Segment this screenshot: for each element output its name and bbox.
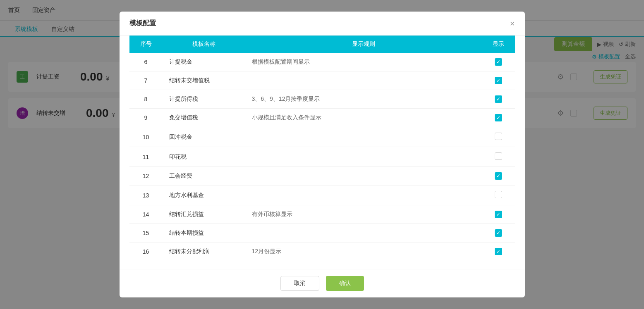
cell-rule: 有外币核算显示: [245, 205, 482, 224]
cell-name: 印花税: [163, 147, 245, 167]
modal-title: 模板配置: [129, 19, 156, 28]
checkbox-row-0[interactable]: ✓: [495, 58, 502, 66]
cell-rule: [245, 224, 482, 242]
cell-no: 7: [129, 71, 163, 90]
table-row: 9免交增值税小规模且满足收入条件显示✓: [129, 109, 515, 127]
cell-checkbox: ✓: [482, 167, 515, 185]
cell-rule: 12月份显示: [245, 242, 482, 261]
checkbox-row-1[interactable]: ✓: [495, 77, 502, 84]
checkbox-row-9[interactable]: ✓: [495, 229, 502, 237]
table-row: 16结转未分配利润12月份显示✓: [129, 242, 515, 261]
table-row: 7结转未交增值税✓: [129, 71, 515, 90]
cell-no: 12: [129, 167, 163, 185]
table-row: 10回冲税金: [129, 127, 515, 147]
checkbox-row-5[interactable]: [495, 152, 502, 160]
cell-checkbox: ✓: [482, 53, 515, 71]
template-config-modal: 模板配置 × 序号 模板名称 显示规则 显示 6计提税金根据模板配置期间显示✓7…: [120, 12, 525, 297]
cell-name: 结转未交增值税: [163, 71, 245, 90]
cell-checkbox: ✓: [482, 205, 515, 224]
cell-checkbox: [482, 127, 515, 147]
cell-no: 8: [129, 90, 163, 109]
cell-name: 计提所得税: [163, 90, 245, 109]
checkbox-row-8[interactable]: ✓: [495, 211, 502, 218]
cell-rule: 根据模板配置期间显示: [245, 53, 482, 71]
col-header-no: 序号: [129, 36, 163, 53]
cell-checkbox: ✓: [482, 90, 515, 109]
cell-no: 14: [129, 205, 163, 224]
table-row: 14结转汇兑损益有外币核算显示✓: [129, 205, 515, 224]
checkbox-row-7[interactable]: [495, 191, 502, 198]
checkbox-row-2[interactable]: ✓: [495, 95, 502, 103]
modal-footer: 取消 确认: [120, 269, 525, 297]
cell-name: 结转本期损益: [163, 224, 245, 242]
table-row: 11印花税: [129, 147, 515, 167]
checkbox-row-3[interactable]: ✓: [495, 114, 502, 121]
col-header-display: 显示: [482, 36, 515, 53]
cell-checkbox: ✓: [482, 224, 515, 242]
modal-header: 模板配置 ×: [120, 12, 525, 36]
col-header-rule: 显示规则: [245, 36, 482, 53]
table-row: 12工会经费✓: [129, 167, 515, 185]
cell-checkbox: [482, 147, 515, 167]
confirm-button[interactable]: 确认: [326, 276, 364, 291]
table-row: 15结转本期损益✓: [129, 224, 515, 242]
cell-rule: [245, 167, 482, 185]
cell-name: 免交增值税: [163, 109, 245, 127]
cell-name: 结转未分配利润: [163, 242, 245, 261]
cell-checkbox: [482, 185, 515, 205]
modal-close-button[interactable]: ×: [510, 19, 515, 28]
cell-no: 9: [129, 109, 163, 127]
table-body: 6计提税金根据模板配置期间显示✓7结转未交增值税✓8计提所得税3、6、9、12月…: [129, 53, 515, 261]
cell-checkbox: ✓: [482, 71, 515, 90]
cell-name: 地方水利基金: [163, 185, 245, 205]
checkbox-row-6[interactable]: ✓: [495, 172, 502, 180]
cell-no: 6: [129, 53, 163, 71]
cancel-button[interactable]: 取消: [280, 276, 319, 291]
cell-name: 回冲税金: [163, 127, 245, 147]
cell-rule: 3、6、9、12月按季度显示: [245, 90, 482, 109]
cell-rule: [245, 127, 482, 147]
cell-rule: 小规模且满足收入条件显示: [245, 109, 482, 127]
cell-no: 13: [129, 185, 163, 205]
cell-rule: [245, 147, 482, 167]
table-row: 6计提税金根据模板配置期间显示✓: [129, 53, 515, 71]
table-row: 13地方水利基金: [129, 185, 515, 205]
cell-rule: [245, 71, 482, 90]
cell-no: 15: [129, 224, 163, 242]
cell-no: 11: [129, 147, 163, 167]
col-header-name: 模板名称: [163, 36, 245, 53]
cell-name: 工会经费: [163, 167, 245, 185]
modal-body: 序号 模板名称 显示规则 显示 6计提税金根据模板配置期间显示✓7结转未交增值税…: [120, 36, 525, 269]
checkbox-row-10[interactable]: ✓: [495, 248, 502, 255]
cell-no: 10: [129, 127, 163, 147]
table-header: 序号 模板名称 显示规则 显示: [129, 36, 515, 53]
checkbox-row-4[interactable]: [495, 133, 502, 140]
cell-checkbox: ✓: [482, 109, 515, 127]
table-row: 8计提所得税3、6、9、12月按季度显示✓: [129, 90, 515, 109]
cell-checkbox: ✓: [482, 242, 515, 261]
cell-name: 计提税金: [163, 53, 245, 71]
config-table: 序号 模板名称 显示规则 显示 6计提税金根据模板配置期间显示✓7结转未交增值税…: [129, 36, 515, 261]
cell-no: 16: [129, 242, 163, 261]
cell-name: 结转汇兑损益: [163, 205, 245, 224]
cell-rule: [245, 185, 482, 205]
